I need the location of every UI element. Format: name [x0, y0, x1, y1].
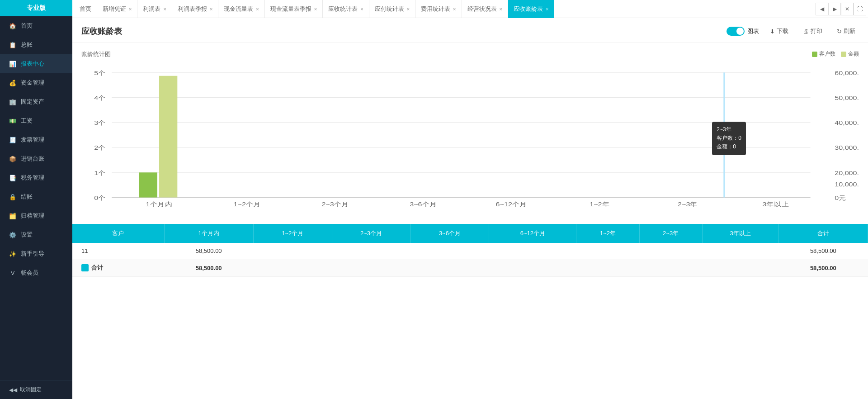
col-m3-6: 3~6个月	[410, 224, 489, 243]
chart-toggle-label: 图表	[747, 27, 759, 35]
sidebar-item-report[interactable]: 📊报表中心	[0, 54, 72, 73]
ar-age-table: 客户 1个月内 1~2个月 2~3个月 3~6个月 6~12个月 1~2年 2~…	[72, 224, 868, 277]
sidebar-item-home[interactable]: 🏠首页	[0, 16, 72, 35]
sidebar-label-invoice: 发票管理	[21, 136, 44, 144]
app-logo: 专业版	[0, 0, 72, 16]
tab-close-operation[interactable]: ×	[500, 6, 502, 12]
svg-text:3年以上: 3年以上	[762, 201, 789, 207]
tab-close-profit_q[interactable]: ×	[210, 6, 212, 12]
tab-home[interactable]: 首页	[74, 0, 97, 18]
sidebar-label-settings: 设置	[21, 231, 33, 239]
sidebar-item-stock[interactable]: 📦进销台账	[0, 149, 72, 168]
tab-profit[interactable]: 利润表×	[137, 0, 172, 18]
svg-text:1个月内: 1个月内	[146, 201, 173, 207]
page-title: 应收账龄表	[81, 26, 726, 37]
svg-text:3个: 3个	[94, 120, 106, 126]
tab-close-expense[interactable]: ×	[453, 6, 456, 12]
sidebar-label-ledger: 总账	[21, 41, 33, 49]
svg-text:2~3个月: 2~3个月	[321, 201, 349, 207]
sidebar-item-archive[interactable]: 🗂️归档管理	[0, 206, 72, 225]
tab-close-cashflow_q[interactable]: ×	[314, 6, 317, 12]
download-button[interactable]: ⬇ 下载	[766, 25, 792, 37]
cell-total-total: 58,500.00	[778, 259, 868, 277]
col-y2-3: 2~3年	[639, 224, 702, 243]
tab-label-cashflow_q: 现金流量表季报	[270, 5, 311, 13]
svg-text:40,000.00元: 40,000.00元	[835, 120, 859, 126]
tab-cashflow_q[interactable]: 现金流量表季报×	[265, 0, 323, 18]
tab-ap_stat[interactable]: 应付统计表×	[369, 0, 415, 18]
sidebar-label-tax: 税务管理	[21, 174, 44, 182]
sidebar-item-fund[interactable]: 💰资金管理	[0, 73, 72, 92]
sidebar-label-guide: 新手引导	[21, 250, 44, 258]
sidebar-item-salary[interactable]: 💵工资	[0, 111, 72, 130]
legend-amount: 金额	[841, 50, 859, 58]
tab-label-cashflow: 现金流量表	[224, 5, 253, 13]
tab-bar: 首页新增凭证×利润表×利润表季报×现金流量表×现金流量表季报×应收统计表×应付统…	[72, 0, 868, 18]
table-section: 客户 1个月内 1~2个月 2~3个月 3~6个月 6~12个月 1~2年 2~…	[72, 224, 868, 399]
cell-total-label: 合计	[72, 259, 164, 277]
sidebar-icon-tax: 📑	[9, 174, 16, 181]
unpin-button[interactable]: ◀◀ 取消固定	[0, 380, 72, 399]
cell-total-y2-3	[639, 259, 702, 277]
cell-total-m3-6	[410, 259, 489, 277]
tab-next-button[interactable]: ▶	[828, 3, 841, 15]
chart-svg: 5个 4个 3个 2个 1个 0个 60,000.00元 50,000.00元 …	[81, 63, 859, 217]
chart-toggle[interactable]	[726, 27, 745, 36]
cell-total-m1-2	[253, 259, 332, 277]
tab-close-ar_stat[interactable]: ×	[360, 6, 363, 12]
tab-prev-button[interactable]: ◀	[816, 3, 828, 15]
tab-close-button[interactable]: ✕	[841, 3, 854, 15]
sidebar-item-settings[interactable]: ⚙️设置	[0, 225, 72, 244]
sidebar-item-guide[interactable]: ✨新手引导	[0, 244, 72, 263]
tab-voucher[interactable]: 新增凭证×	[97, 0, 137, 18]
tab-ar_stat[interactable]: 应收统计表×	[323, 0, 369, 18]
sidebar-icon-stock: 📦	[9, 155, 16, 162]
sidebar-item-asset[interactable]: 🏢固定资产	[0, 92, 72, 111]
tab-close-voucher[interactable]: ×	[129, 6, 132, 12]
table-row: 11 58,500.00 58,500.00	[72, 243, 868, 259]
print-button[interactable]: 🖨 打印	[799, 25, 826, 37]
col-total: 合计	[778, 224, 868, 243]
svg-text:3~6个月: 3~6个月	[410, 201, 437, 207]
svg-text:4个: 4个	[94, 95, 106, 101]
refresh-button[interactable]: ↻ 刷新	[833, 25, 859, 37]
tab-operation[interactable]: 经营状况表×	[462, 0, 508, 18]
svg-text:6~12个月: 6~12个月	[496, 201, 528, 207]
sidebar-icon-fund: 💰	[9, 79, 16, 86]
sidebar-icon-close: 🔒	[9, 193, 16, 200]
sidebar-icon-settings: ⚙️	[9, 231, 16, 238]
sidebar-label-home: 首页	[21, 22, 33, 30]
sidebar-label-salary: 工资	[21, 117, 33, 125]
tab-cashflow[interactable]: 现金流量表×	[218, 0, 264, 18]
cell-m1-2-0	[253, 243, 332, 259]
sidebar-item-close[interactable]: 🔒结账	[0, 187, 72, 206]
svg-text:2~3年: 2~3年	[678, 201, 698, 207]
tab-profit_q[interactable]: 利润表季报×	[172, 0, 218, 18]
cell-total-0: 58,500.00	[778, 243, 868, 259]
tab-ar_age[interactable]: 应收账龄表×	[508, 0, 554, 18]
cell-m1-0: 58,500.00	[164, 243, 253, 259]
sidebar-label-archive: 归档管理	[21, 212, 44, 220]
sidebar-item-invoice[interactable]: 🧾发票管理	[0, 130, 72, 149]
tab-close-ap_stat[interactable]: ×	[407, 6, 410, 12]
sidebar-item-vip[interactable]: V畅会员	[0, 263, 72, 282]
tab-label-ap_stat: 应付统计表	[375, 5, 404, 13]
sidebar-label-stock: 进销台账	[21, 155, 44, 163]
sidebar-item-tax[interactable]: 📑税务管理	[0, 168, 72, 187]
sidebar-label-asset: 固定资产	[21, 98, 44, 106]
tab-expand-button[interactable]: ⛶	[854, 3, 866, 15]
sidebar-icon-home: 🏠	[9, 22, 16, 29]
tab-navigation: ◀ ▶ ✕ ⛶	[816, 3, 866, 15]
svg-text:2个: 2个	[94, 145, 106, 151]
svg-text:0个: 0个	[94, 195, 106, 201]
legend-amount-color	[841, 52, 846, 57]
tab-close-profit[interactable]: ×	[163, 6, 166, 12]
col-m2-3: 2~3个月	[332, 224, 410, 243]
sidebar-item-ledger[interactable]: 📋总账	[0, 35, 72, 54]
tab-close-ar_age[interactable]: ×	[546, 6, 548, 12]
sidebar-icon-invoice: 🧾	[9, 136, 16, 143]
cell-m6-12-0	[489, 243, 576, 259]
tab-close-cashflow[interactable]: ×	[256, 6, 259, 12]
tab-expense[interactable]: 费用统计表×	[415, 0, 462, 18]
cell-customer-0: 11	[72, 243, 164, 259]
